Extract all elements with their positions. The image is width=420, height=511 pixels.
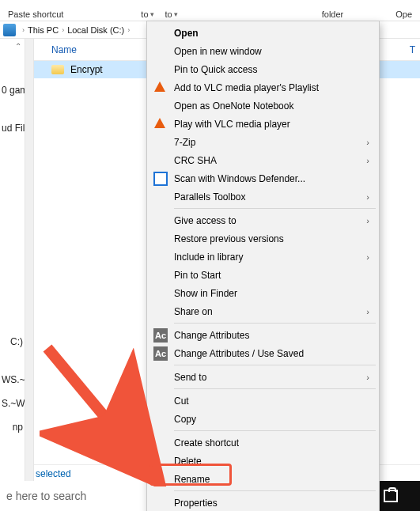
menu-open[interactable]: Open: [149, 24, 377, 42]
col-name[interactable]: Name: [51, 44, 77, 55]
chevron-right-icon: ›: [366, 307, 369, 316]
menu-pin-start[interactable]: Pin to Start: [149, 266, 377, 284]
menu-separator: [174, 208, 376, 209]
attributechanger-icon: Ac: [153, 328, 168, 343]
ribbon-to-2[interactable]: to▾: [162, 8, 181, 21]
ribbon-open[interactable]: Ope: [392, 8, 415, 21]
nav-item[interactable]: C:): [0, 330, 25, 354]
menu-separator: [174, 490, 376, 491]
pc-icon: [3, 24, 16, 36]
menu-separator: [174, 323, 376, 324]
chevron-right-icon: ›: [366, 252, 369, 262]
menu-7zip[interactable]: 7-Zip›: [149, 133, 377, 151]
menu-change-attributes-saved[interactable]: AcChange Attributes / Use Saved: [149, 344, 377, 362]
menu-separator: [174, 365, 376, 365]
chevron-right-icon: ›: [366, 216, 369, 225]
defender-icon: [153, 172, 168, 186]
menu-defender[interactable]: Scan with Windows Defender...: [149, 169, 377, 187]
nav-tree[interactable]: ⌃ 0 gam ud File C:) WS.~B S.~WS np: [0, 39, 25, 482]
microsoft-store-icon[interactable]: [375, 481, 407, 511]
menu-separator: [174, 430, 376, 431]
menu-show-finder[interactable]: Show in Finder: [149, 284, 377, 302]
search-placeholder: e here to search: [6, 490, 86, 502]
ribbon: Paste shortcut to▾ to▾ folder Ope: [0, 0, 420, 21]
vlc-icon: [154, 118, 165, 128]
menu-change-attributes[interactable]: AcChange Attributes: [149, 326, 377, 344]
file-name: Encrypt: [70, 64, 103, 75]
menu-cut[interactable]: Cut: [149, 392, 377, 410]
menu-pin-quick-access[interactable]: Pin to Quick access: [149, 60, 377, 78]
menu-give-access[interactable]: Give access to›: [149, 211, 377, 229]
menu-vlc-play[interactable]: Play with VLC media player: [149, 115, 377, 133]
menu-separator: [174, 388, 376, 389]
nav-item[interactable]: WS.~B: [0, 368, 25, 392]
breadcrumb-disk[interactable]: Local Disk (C:): [67, 25, 124, 35]
menu-delete[interactable]: Delete: [149, 452, 377, 470]
chevron-up-icon[interactable]: ⌃: [15, 42, 21, 51]
chevron-right-icon: ›: [366, 156, 369, 165]
context-menu: Open Open in new window Pin to Quick acc…: [146, 21, 380, 511]
chevron-right-icon: ›: [366, 138, 369, 147]
chevron-right-icon: ›: [366, 373, 369, 382]
nav-item[interactable]: np: [0, 415, 25, 439]
nav-item[interactable]: S.~WS: [0, 392, 25, 415]
folder-icon: [51, 65, 64, 74]
menu-include-library[interactable]: Include in library›: [149, 248, 377, 266]
menu-crc-sha[interactable]: CRC SHA›: [149, 151, 377, 169]
breadcrumb-pc[interactable]: This PC: [28, 25, 59, 35]
chevron-right-icon: ›: [366, 192, 369, 202]
vlc-icon: [154, 81, 165, 92]
menu-copy[interactable]: Copy: [149, 410, 377, 428]
nav-scrollbar[interactable]: [25, 39, 34, 482]
attributechanger-icon: Ac: [153, 346, 168, 361]
nav-item[interactable]: ud File: [0, 116, 25, 140]
menu-properties[interactable]: Properties: [149, 494, 377, 511]
menu-onenote[interactable]: Open as OneNote Notebook: [149, 97, 377, 115]
col-type[interactable]: T: [410, 44, 415, 55]
menu-parallels[interactable]: Parallels Toolbox›: [149, 187, 377, 206]
ribbon-folder[interactable]: folder: [319, 8, 347, 21]
menu-open-new-window[interactable]: Open in new window: [149, 42, 377, 60]
menu-create-shortcut[interactable]: Create shortcut: [149, 433, 377, 452]
menu-share-on[interactable]: Share on›: [149, 302, 377, 320]
menu-send-to[interactable]: Send to›: [149, 368, 377, 386]
ribbon-to-1[interactable]: to▾: [138, 8, 157, 21]
nav-item[interactable]: 0 gam: [0, 78, 25, 102]
status-selected: selected: [36, 468, 71, 479]
ribbon-paste-shortcut[interactable]: Paste shortcut: [5, 8, 66, 21]
menu-restore-versions[interactable]: Restore previous versions: [149, 229, 377, 248]
menu-vlc-add[interactable]: Add to VLC media player's Playlist: [149, 78, 377, 97]
menu-rename[interactable]: Rename: [149, 470, 377, 488]
